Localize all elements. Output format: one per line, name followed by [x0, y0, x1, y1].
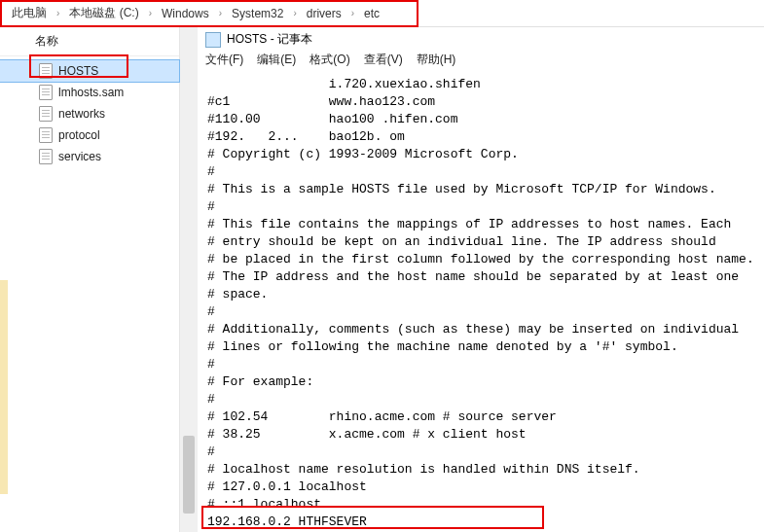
- notepad-window: HOSTS - 记事本 文件(F) 编辑(E) 格式(O) 查看(V) 帮助(H…: [180, 27, 764, 532]
- menu-file[interactable]: 文件(F): [205, 52, 243, 68]
- window-title: HOSTS - 记事本: [227, 31, 312, 48]
- window-titlebar[interactable]: HOSTS - 记事本: [180, 27, 764, 50]
- breadcrumb-item-3[interactable]: System32: [228, 5, 287, 22]
- file-list-panel: 名称 HOSTS lmhosts.sam networks protocol s…: [0, 27, 180, 532]
- file-icon: [39, 85, 53, 100]
- column-header-name[interactable]: 名称: [0, 27, 179, 56]
- breadcrumb-item-0[interactable]: 此电脑: [8, 3, 51, 23]
- list-item[interactable]: protocol: [0, 124, 179, 146]
- menu-format[interactable]: 格式(O): [309, 52, 349, 68]
- breadcrumb-item-4[interactable]: drivers: [303, 5, 346, 22]
- chevron-right-icon: ›: [346, 8, 360, 18]
- vertical-scrollbar[interactable]: [180, 27, 198, 532]
- list-item[interactable]: networks: [0, 103, 179, 124]
- file-icon: [39, 106, 53, 122]
- list-item[interactable]: HOSTS: [0, 60, 179, 82]
- chevron-right-icon: ›: [213, 8, 228, 18]
- menu-help[interactable]: 帮助(H): [417, 52, 456, 68]
- menu-view[interactable]: 查看(V): [364, 52, 403, 68]
- scrollbar-thumb[interactable]: [183, 436, 195, 514]
- file-list: HOSTS lmhosts.sam networks protocol serv…: [0, 56, 179, 167]
- file-icon: [39, 63, 53, 79]
- file-icon: [39, 149, 53, 164]
- menu-edit[interactable]: 编辑(E): [257, 52, 296, 68]
- chevron-right-icon: ›: [287, 8, 302, 18]
- notepad-icon: [205, 32, 221, 48]
- list-item[interactable]: services: [0, 146, 179, 167]
- breadcrumb-item-1[interactable]: 本地磁盘 (C:): [65, 3, 142, 23]
- breadcrumb-item-2[interactable]: Windows: [158, 5, 213, 22]
- breadcrumb[interactable]: 此电脑 › 本地磁盘 (C:) › Windows › System32 › d…: [0, 0, 764, 27]
- chevron-right-icon: ›: [51, 8, 65, 18]
- text-area[interactable]: i.720.xuexiao.shifen #c1 www.hao123.com …: [180, 72, 764, 532]
- menubar: 文件(F) 编辑(E) 格式(O) 查看(V) 帮助(H): [180, 50, 764, 72]
- file-icon: [39, 127, 53, 143]
- side-tab[interactable]: [0, 280, 8, 494]
- list-item[interactable]: lmhosts.sam: [0, 82, 179, 103]
- chevron-right-icon: ›: [143, 8, 158, 18]
- breadcrumb-item-5[interactable]: etc: [360, 5, 383, 22]
